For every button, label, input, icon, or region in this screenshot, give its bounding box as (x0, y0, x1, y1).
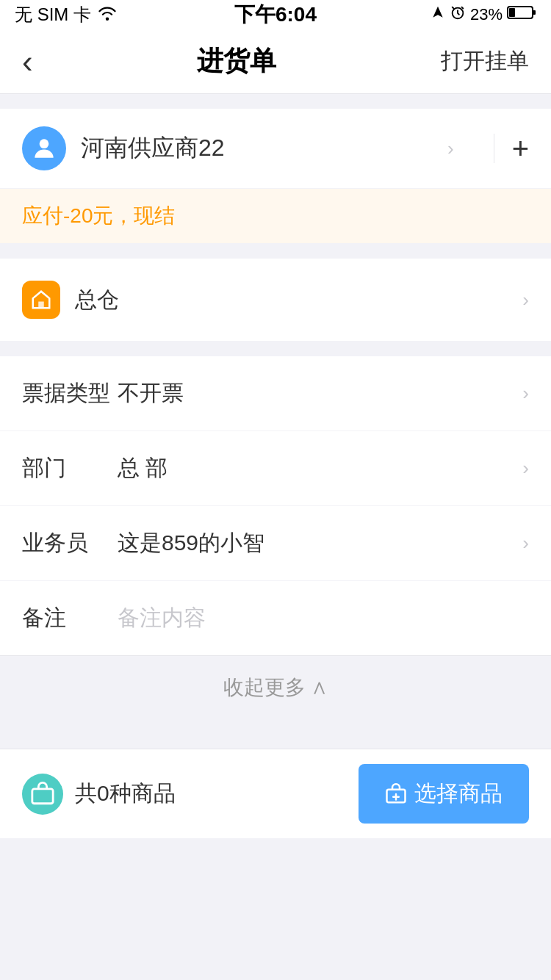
remark-row[interactable]: 备注 备注内容 (0, 581, 551, 655)
section-gap-1 (0, 94, 551, 109)
battery-label: 23% (470, 5, 503, 24)
form-section: 票据类型 不开票 › 部门 总 部 › 业务员 这是859的小智 › 备注 备注… (0, 356, 551, 655)
status-bar: 无 SIM 卡 下午6:04 23% (0, 0, 551, 29)
collapse-button[interactable]: 收起更多 ∧ (0, 655, 551, 719)
svg-rect-6 (32, 788, 53, 803)
wifi-icon (97, 4, 118, 25)
supplier-chevron-icon: › (447, 137, 454, 160)
section-gap-3 (0, 342, 551, 356)
supplier-row[interactable]: 河南供应商22 › + (0, 109, 551, 189)
product-icon (22, 774, 63, 815)
product-bar: 共0种商品 选择商品 (0, 749, 551, 838)
department-chevron-icon: › (522, 457, 529, 480)
department-row[interactable]: 部门 总 部 › (0, 431, 551, 506)
warehouse-row[interactable]: 总仓 › (0, 259, 551, 342)
supplier-avatar (22, 126, 66, 170)
bottom-area (0, 838, 551, 980)
remark-label: 备注 (22, 603, 118, 633)
battery-icon (507, 4, 536, 25)
section-gap-2 (0, 244, 551, 259)
invoice-type-label: 票据类型 (22, 378, 118, 408)
svg-rect-5 (38, 302, 44, 309)
product-count: 共0种商品 (75, 779, 359, 809)
back-button[interactable]: ‹ (22, 43, 33, 80)
invoice-type-row[interactable]: 票据类型 不开票 › (0, 356, 551, 431)
notice-text: 应付-20元，现结 (22, 204, 175, 227)
department-label: 部门 (22, 453, 118, 483)
vertical-divider (494, 134, 494, 163)
open-pending-button[interactable]: 打开挂单 (441, 46, 529, 76)
status-time: 下午6:04 (234, 1, 317, 29)
salesperson-value: 这是859的小智 (118, 528, 522, 558)
salesperson-label: 业务员 (22, 528, 118, 558)
section-gap-4 (0, 719, 551, 734)
add-supplier-button[interactable]: + (512, 132, 529, 165)
status-left: 无 SIM 卡 (15, 3, 118, 26)
select-product-button[interactable]: 选择商品 (359, 764, 529, 824)
warehouse-icon (22, 281, 60, 319)
status-right: 23% (431, 4, 536, 25)
svg-point-4 (40, 139, 49, 148)
select-product-label: 选择商品 (414, 779, 503, 809)
warehouse-section: 总仓 › (0, 259, 551, 342)
remark-placeholder: 备注内容 (118, 603, 529, 633)
warehouse-chevron-icon: › (522, 289, 529, 311)
supplier-name: 河南供应商22 (81, 132, 447, 165)
department-value: 总 部 (118, 453, 522, 483)
supplier-section: 河南供应商22 › + 应付-20元，现结 (0, 109, 551, 244)
alarm-icon (450, 4, 466, 25)
gps-icon (431, 5, 445, 24)
svg-rect-3 (509, 8, 515, 17)
salesperson-chevron-icon: › (522, 532, 529, 555)
invoice-type-chevron-icon: › (522, 382, 529, 405)
svg-rect-2 (533, 10, 536, 15)
invoice-type-value: 不开票 (118, 378, 522, 408)
collapse-label: 收起更多 ∧ (223, 676, 328, 699)
salesperson-row[interactable]: 业务员 这是859的小智 › (0, 506, 551, 581)
page-title: 进货单 (197, 43, 276, 79)
nav-bar: ‹ 进货单 打开挂单 (0, 29, 551, 94)
notice-banner: 应付-20元，现结 (0, 189, 551, 244)
carrier-label: 无 SIM 卡 (15, 3, 91, 26)
warehouse-name: 总仓 (75, 285, 522, 315)
